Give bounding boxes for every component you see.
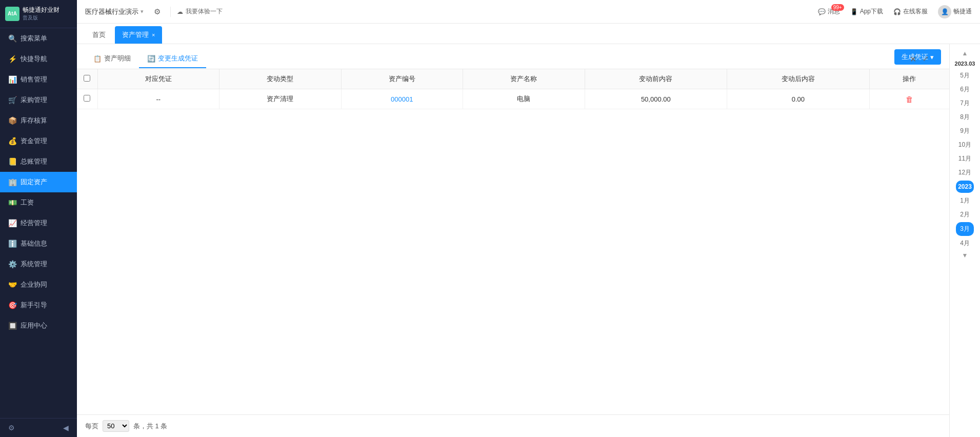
dropdown-arrow-icon: ▾ <box>930 53 934 61</box>
sidebar-item-ledger[interactable]: 📒 总账管理 <box>0 151 77 172</box>
sub-tab-asset-list[interactable]: 📋 资产明细 <box>85 50 139 68</box>
row-change-type-0: 资产清理 <box>219 89 342 109</box>
sidebar-item-sysmanage[interactable]: ⚙️ 系统管理 <box>0 254 77 274</box>
timeline-month-current-3月[interactable]: 3月 <box>956 222 974 236</box>
settings-bottom-icon[interactable]: ⚙ <box>8 424 15 432</box>
year-label-prev: 2023.03 <box>955 58 975 69</box>
sidebar-label-newguide: 新手引导 <box>21 301 47 310</box>
timeline-month-prev-11月[interactable]: 11月 <box>953 152 977 166</box>
select-all-checkbox[interactable] <box>84 75 90 82</box>
company-chevron-icon: ▾ <box>141 8 144 15</box>
sidebar-item-finance[interactable]: 💰 资金管理 <box>0 131 77 151</box>
generate-voucher-button[interactable]: 生成凭证 ▾ <box>894 49 941 65</box>
row-action-0: 🗑 <box>869 89 949 109</box>
right-panel: ▲ 2023.03 5月6月7月8月9月10月11月12月20231月2月3月4… <box>949 44 980 437</box>
tab-close-asset[interactable]: × <box>152 32 155 38</box>
sidebar-label-payroll: 工资 <box>21 198 34 207</box>
online-service-action[interactable]: 🎧 在线客服 <box>893 7 928 16</box>
sidebar-label-enterprise: 企业协同 <box>21 280 47 289</box>
service-icon: 🎧 <box>893 8 901 15</box>
sidebar-item-quicknav[interactable]: ⚡ 快捷导航 <box>0 49 77 69</box>
row-checkbox-0[interactable] <box>84 95 90 102</box>
sidebar-label-search: 搜索菜单 <box>21 34 47 43</box>
sidebar-icon-appcenter: 🔲 <box>8 322 16 330</box>
tab-asset[interactable]: 资产管理× <box>115 26 162 44</box>
sidebar-item-purchase[interactable]: 🛒 采购管理 <box>0 90 77 110</box>
topbar: 医疗器械行业演示 ▾ ⚙ ☁ 我要体验一下 💬 消息 99+ 📱 App下载 🎧… <box>77 0 980 24</box>
cloud-icon: ☁ <box>177 8 183 15</box>
panel-close-icon[interactable]: ✕ <box>910 54 916 64</box>
sidebar: AtA 畅捷通好业财 普及版 🔍 搜索菜单⚡ 快捷导航📊 销售管理🛒 采购管理📦… <box>0 0 77 437</box>
pagination-bar: 每页 102050100 条，共 1 条 <box>77 414 949 437</box>
main-area: 医疗器械行业演示 ▾ ⚙ ☁ 我要体验一下 💬 消息 99+ 📱 App下载 🎧… <box>77 0 980 437</box>
collapse-icon[interactable]: ◀ <box>63 424 69 432</box>
sidebar-label-fixedasset: 固定资产 <box>21 177 47 187</box>
sidebar-item-sales[interactable]: 📊 销售管理 <box>0 69 77 90</box>
experience-button[interactable]: ☁ 我要体验一下 <box>177 7 223 16</box>
logo-icon: AtA <box>5 7 19 21</box>
timeline-month-prev-6月[interactable]: 6月 <box>953 83 977 96</box>
content-area: 📋 资产明细🔄 变更生成凭证 生成凭证 ▾ 对应凭证变动类型资产 <box>77 44 949 437</box>
timeline-up-button[interactable]: ▲ <box>961 48 970 58</box>
sidebar-icon-fixedasset: 🏢 <box>8 178 16 186</box>
timeline-down-button[interactable]: ▼ <box>961 250 970 261</box>
sidebar-label-finance: 资金管理 <box>21 136 47 146</box>
sidebar-icon-quicknav: ⚡ <box>8 55 16 63</box>
sidebar-icon-sales: 📊 <box>8 75 16 84</box>
tab-home[interactable]: 首页 <box>85 26 113 44</box>
message-action[interactable]: 💬 消息 99+ <box>818 7 840 16</box>
per-page-select[interactable]: 102050100 <box>103 420 129 432</box>
message-icon: 💬 <box>818 8 826 15</box>
sidebar-item-payroll[interactable]: 💵 工资 <box>0 192 77 213</box>
sidebar-icon-enterprise: 🤝 <box>8 281 16 289</box>
sidebar-item-inventory[interactable]: 📦 库存核算 <box>0 110 77 131</box>
sidebar-label-inventory: 库存核算 <box>21 116 47 125</box>
table-header-col-0: 对应凭证 <box>97 69 219 89</box>
sidebar-label-sysmanage: 系统管理 <box>21 260 47 269</box>
timeline-month-prev-12月[interactable]: 12月 <box>953 166 977 180</box>
sidebar-icon-newguide: 🎯 <box>8 301 16 309</box>
sidebar-icon-payroll: 💵 <box>8 198 16 207</box>
sidebar-item-fixedasset[interactable]: 🏢 固定资产 <box>0 172 77 192</box>
asset-table: 对应凭证变动类型资产编号资产名称变动前内容变动后内容操作 -- 资产清理 000… <box>77 69 949 109</box>
experience-label: 我要体验一下 <box>186 7 223 16</box>
row-asset-no-0: 000001 <box>341 89 463 109</box>
timeline-month-current-2月[interactable]: 2月 <box>953 208 977 222</box>
table-header-col-1: 变动类型 <box>219 69 342 89</box>
panel-expand-icon[interactable]: ⤢ <box>923 54 929 63</box>
topbar-settings-icon[interactable]: ⚙ <box>150 5 164 19</box>
company-name: 医疗器械行业演示 <box>85 7 138 16</box>
sidebar-item-enterprise[interactable]: 🤝 企业协同 <box>0 274 77 295</box>
timeline-month-prev-7月[interactable]: 7月 <box>953 96 977 110</box>
sidebar-item-bizmanage[interactable]: 📈 经营管理 <box>0 213 77 233</box>
user-action[interactable]: 👤 畅捷通 <box>938 5 972 18</box>
app-download-action[interactable]: 📱 App下载 <box>850 7 883 16</box>
sidebar-scroll: 🔍 搜索菜单⚡ 快捷导航📊 销售管理🛒 采购管理📦 库存核算💰 资金管理📒 总账… <box>0 28 77 418</box>
table-header-col-6: 操作 <box>869 69 949 89</box>
table-header-col-2: 资产编号 <box>341 69 463 89</box>
sidebar-item-appcenter[interactable]: 🔲 应用中心 <box>0 315 77 336</box>
sidebar-item-newguide[interactable]: 🎯 新手引导 <box>0 295 77 315</box>
timeline-month-prev-9月[interactable]: 9月 <box>953 124 977 138</box>
row-checkbox-cell-0 <box>77 89 97 109</box>
table-wrapper: 对应凭证变动类型资产编号资产名称变动前内容变动后内容操作 -- 资产清理 000… <box>77 69 949 414</box>
sidebar-label-basicinfo: 基础信息 <box>21 239 47 248</box>
company-selector[interactable]: 医疗器械行业演示 ▾ <box>85 7 144 16</box>
sidebar-icon-bizmanage: 📈 <box>8 219 16 227</box>
sub-tab-change-voucher[interactable]: 🔄 变更生成凭证 <box>139 50 206 68</box>
sub-tab-icon-asset-list: 📋 <box>93 55 102 63</box>
table-row: -- 资产清理 000001 电脑 50,000.00 0.00 🗑 <box>77 89 949 109</box>
sidebar-icon-search: 🔍 <box>8 34 16 43</box>
timeline-month-current-4月[interactable]: 4月 <box>953 236 977 250</box>
sidebar-item-search[interactable]: 🔍 搜索菜单 <box>0 28 77 49</box>
timeline-month-prev-10月[interactable]: 10月 <box>953 138 977 152</box>
sidebar-icon-ledger: 📒 <box>8 157 16 166</box>
timeline-month-current-1月[interactable]: 1月 <box>953 194 977 208</box>
topbar-right: 💬 消息 99+ 📱 App下载 🎧 在线客服 👤 畅捷通 <box>818 5 972 18</box>
timeline-month-prev-8月[interactable]: 8月 <box>953 110 977 124</box>
row-delete-icon-0[interactable]: 🗑 <box>906 95 913 104</box>
sidebar-icon-finance: 💰 <box>8 137 16 145</box>
timeline-month-prev-5月[interactable]: 5月 <box>953 69 977 83</box>
tabbar: 首页资产管理× <box>77 24 980 44</box>
sidebar-item-basicinfo[interactable]: ℹ️ 基础信息 <box>0 233 77 254</box>
